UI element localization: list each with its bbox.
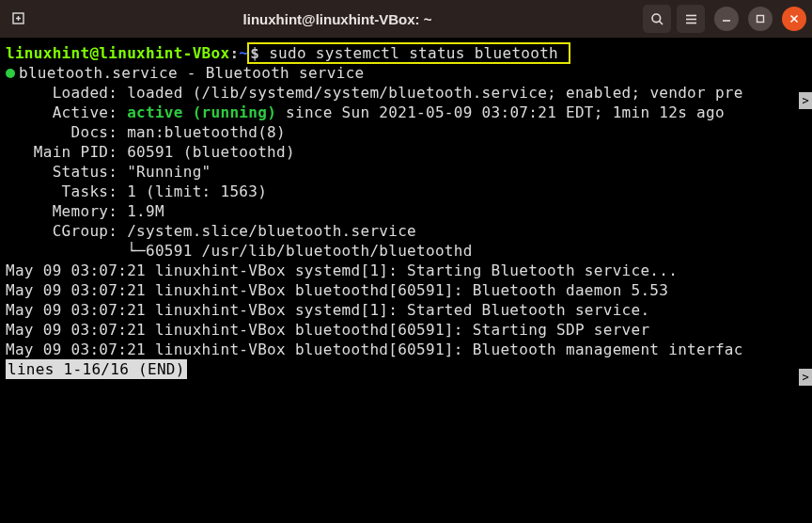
log-line-1: May 09 03:07:21 linuxhint-VBox systemd[1… bbox=[6, 261, 808, 280]
search-button[interactable] bbox=[643, 5, 671, 33]
service-header: bluetooth.service - Bluetooth service bbox=[19, 64, 365, 82]
menu-button[interactable] bbox=[677, 5, 705, 33]
prompt-user-host: linuxhint@linuxhint-VBox bbox=[6, 44, 229, 62]
maximize-button[interactable] bbox=[748, 7, 773, 31]
docs-line: Docs: man:bluetoothd(8) bbox=[6, 122, 808, 142]
active-rest: since Sun 2021-05-09 03:07:21 EDT; 1min … bbox=[276, 103, 725, 121]
prompt-symbol: $ bbox=[250, 44, 259, 62]
search-icon bbox=[650, 12, 664, 26]
svg-line-4 bbox=[659, 21, 663, 24]
minimize-button[interactable] bbox=[714, 7, 739, 31]
hamburger-icon bbox=[684, 12, 698, 26]
prompt-sep: : bbox=[229, 44, 239, 62]
prompt-line: linuxhint@linuxhint-VBox:~$ sudo systemc… bbox=[6, 43, 808, 63]
cgroup-line: CGroup: /system.slice/bluetooth.service bbox=[6, 221, 808, 241]
close-button[interactable] bbox=[782, 7, 806, 31]
highlighted-command: $ sudo systemctl status bluetooth bbox=[248, 43, 570, 63]
mainpid-line: Main PID: 60591 (bluetoothd) bbox=[6, 142, 808, 162]
pager-line: lines 1-16/16 (END) bbox=[6, 359, 808, 379]
titlebar-left bbox=[6, 6, 32, 32]
log-line-5: May 09 03:07:21 linuxhint-VBox bluetooth… bbox=[6, 340, 808, 359]
prompt-path: ~ bbox=[239, 44, 248, 62]
log-line-4: May 09 03:07:21 linuxhint-VBox bluetooth… bbox=[6, 320, 808, 340]
terminal-content: linuxhint@linuxhint-VBox:~$ sudo systemc… bbox=[6, 43, 808, 519]
log-line-3: May 09 03:07:21 linuxhint-VBox systemd[1… bbox=[6, 300, 808, 320]
scroll-right-indicator-1: > bbox=[799, 92, 812, 109]
command-text: sudo systemctl status bluetooth bbox=[259, 44, 568, 62]
loaded-value: loaded (/lib/systemd/system/bluetooth.se… bbox=[127, 84, 743, 102]
status-dot-icon bbox=[6, 69, 15, 78]
log-line-2: May 09 03:07:21 linuxhint-VBox bluetooth… bbox=[6, 280, 808, 300]
chevron-right-icon: > bbox=[802, 91, 808, 111]
active-line: Active: active (running) since Sun 2021-… bbox=[6, 103, 808, 122]
loaded-line: Loaded: loaded (/lib/systemd/system/blue… bbox=[6, 83, 808, 103]
chevron-right-icon: > bbox=[802, 368, 808, 388]
svg-point-3 bbox=[652, 14, 661, 23]
terminal-area[interactable]: linuxhint@linuxhint-VBox:~$ sudo systemc… bbox=[0, 38, 812, 523]
maximize-icon bbox=[756, 14, 765, 24]
memory-line: Memory: 1.9M bbox=[6, 201, 808, 221]
window-title: linuxhint@linuxhint-VBox: ~ bbox=[36, 11, 639, 27]
tasks-line: Tasks: 1 (limit: 1563) bbox=[6, 182, 808, 201]
loaded-label: Loaded: bbox=[6, 84, 127, 102]
service-header-line: bluetooth.service - Bluetooth service bbox=[6, 63, 808, 83]
active-state: active (running) bbox=[127, 103, 276, 121]
pager-status: lines 1-16/16 (END) bbox=[6, 359, 187, 379]
close-icon bbox=[789, 14, 799, 24]
scroll-right-indicator-2: > bbox=[799, 369, 812, 386]
active-label: Active: bbox=[6, 103, 127, 121]
cgroup-child-line: └─60591 /usr/lib/bluetooth/bluetoothd bbox=[6, 241, 808, 261]
new-tab-icon bbox=[11, 11, 26, 26]
titlebar: linuxhint@linuxhint-VBox: ~ bbox=[0, 0, 812, 38]
minimize-icon bbox=[722, 14, 731, 24]
svg-rect-9 bbox=[757, 16, 764, 23]
status-line: Status: "Running" bbox=[6, 162, 808, 182]
new-tab-button[interactable] bbox=[6, 6, 32, 32]
titlebar-right bbox=[643, 5, 806, 33]
